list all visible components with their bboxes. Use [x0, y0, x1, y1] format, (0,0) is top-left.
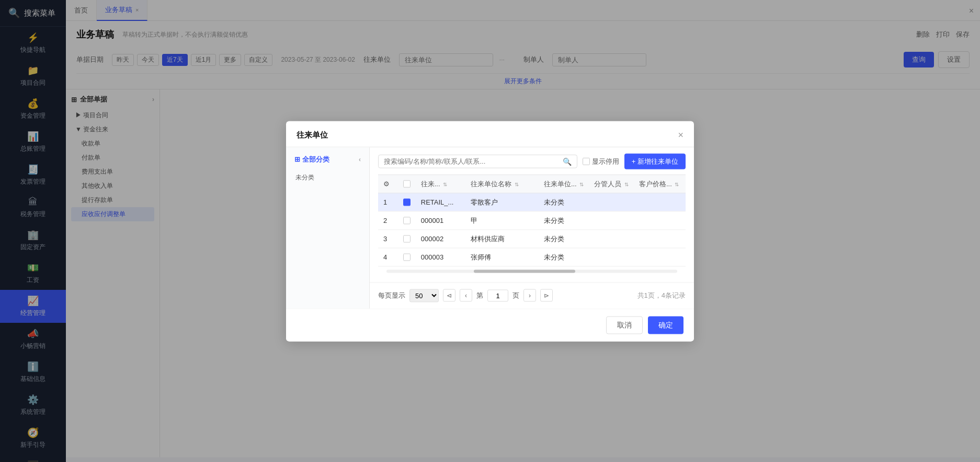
- cell-code: RETAIL_...: [416, 193, 465, 211]
- cell-name: 零散客户: [465, 193, 539, 211]
- row-checkbox[interactable]: [403, 198, 411, 206]
- col-header-price[interactable]: 客户价格... ⇅: [634, 175, 686, 193]
- dialog-header: 往来单位 ×: [286, 121, 694, 147]
- dialog-body: ⊞ 全部分类 ‹ 未分类 🔍 显示停用: [286, 147, 694, 308]
- col-header-person[interactable]: 分管人员 ⇅: [589, 175, 634, 193]
- page-total: 共1页，4条记录: [637, 291, 686, 300]
- cell-code: 000003: [416, 248, 465, 266]
- show-disabled-toggle[interactable]: 显示停用: [583, 156, 619, 166]
- dialog-toolbar: 🔍 显示停用 + 新增往来单位: [378, 153, 686, 169]
- confirm-btn[interactable]: 确定: [648, 316, 683, 334]
- cell-category: 未分类: [539, 230, 589, 248]
- sort-name-icon: ⇅: [515, 181, 519, 187]
- search-input-wrap: 🔍: [378, 154, 577, 168]
- dialog-title: 往来单位: [297, 130, 328, 140]
- cell-check[interactable]: [398, 211, 416, 230]
- cell-num: 1: [378, 193, 398, 211]
- cell-category: 未分类: [539, 248, 589, 266]
- row-checkbox[interactable]: [403, 217, 411, 224]
- col-header-code[interactable]: 往来... ⇅: [416, 175, 465, 193]
- add-partner-btn[interactable]: + 新增往来单位: [624, 153, 686, 169]
- page-first-btn[interactable]: ⊲: [443, 289, 455, 302]
- sort-person-icon: ⇅: [624, 181, 629, 187]
- dialog-tree-header: ⊞ 全部分类 ‹: [291, 152, 364, 166]
- page-label: 第: [476, 291, 483, 300]
- cell-num: 3: [378, 230, 398, 248]
- cell-num: 2: [378, 211, 398, 230]
- page-next-btn[interactable]: ›: [523, 289, 536, 302]
- row-checkbox[interactable]: [403, 235, 411, 242]
- cell-category: 未分类: [539, 211, 589, 230]
- cell-name: 张师傅: [465, 248, 539, 266]
- dialog-footer: 取消 确定: [286, 308, 694, 341]
- cell-name: 材料供应商: [465, 230, 539, 248]
- page-last-btn[interactable]: ⊳: [540, 289, 553, 302]
- page-input[interactable]: [487, 289, 508, 301]
- col-header-category[interactable]: 往来单位... ⇅: [539, 175, 589, 193]
- cancel-btn[interactable]: 取消: [606, 316, 643, 334]
- sort-price-icon: ⇅: [675, 181, 679, 187]
- cell-name: 甲: [465, 211, 539, 230]
- cell-code: 000002: [416, 230, 465, 248]
- cell-person: [589, 230, 634, 248]
- search-input[interactable]: [384, 157, 563, 165]
- dialog-close-btn[interactable]: ×: [678, 129, 683, 140]
- dialog-collapse-btn[interactable]: ‹: [359, 155, 361, 163]
- page-size-select[interactable]: 50 100: [409, 289, 439, 302]
- sort-cat-icon: ⇅: [579, 181, 584, 187]
- grid-icon: ⊞: [294, 155, 300, 163]
- sort-code-icon: ⇅: [443, 181, 447, 187]
- cell-price: [634, 248, 686, 266]
- dialog-scrollbar-track[interactable]: [386, 269, 677, 273]
- show-disabled-label: 显示停用: [592, 156, 619, 166]
- settings-icon: ⚙: [383, 180, 390, 188]
- cell-person: [589, 248, 634, 266]
- dialog-tree: ⊞ 全部分类 ‹ 未分类: [286, 147, 370, 308]
- row-checkbox[interactable]: [403, 253, 411, 261]
- col-header-num: ⚙: [378, 175, 398, 193]
- per-page-label: 每页显示: [378, 291, 405, 300]
- table-row[interactable]: 3 000002 材料供应商 未分类: [378, 230, 686, 248]
- dialog-content: 🔍 显示停用 + 新增往来单位 ⚙: [370, 147, 694, 282]
- page-suffix: 页: [512, 291, 519, 300]
- search-icon: 🔍: [563, 157, 572, 165]
- table-row[interactable]: 2 000001 甲 未分类: [378, 211, 686, 230]
- page-prev-btn[interactable]: ‹: [460, 289, 472, 302]
- cell-check[interactable]: [398, 193, 416, 211]
- col-header-check: [398, 175, 416, 193]
- show-disabled-checkbox[interactable]: [583, 157, 590, 165]
- cell-price: [634, 193, 686, 211]
- dialog-tree-header-label: 全部分类: [302, 154, 329, 164]
- table-row[interactable]: 1 RETAIL_... 零散客户 未分类: [378, 193, 686, 211]
- dialog-scrollbar-thumb[interactable]: [474, 269, 576, 273]
- table-row[interactable]: 4 000003 张师傅 未分类: [378, 248, 686, 266]
- partner-dialog: 往来单位 × ⊞ 全部分类 ‹ 未分类 🔍: [286, 121, 694, 341]
- cell-code: 000001: [416, 211, 465, 230]
- cell-num: 4: [378, 248, 398, 266]
- dialog-pagination: 每页显示 50 100 ⊲ ‹ 第 页 › ⊳ 共1页，4条记录: [370, 282, 694, 308]
- dialog-tree-item-label: 未分类: [295, 173, 314, 181]
- cell-check[interactable]: [398, 248, 416, 266]
- cell-check[interactable]: [398, 230, 416, 248]
- dialog-table: ⚙ 往来... ⇅ 往来单位名称 ⇅: [378, 174, 686, 266]
- cell-person: [589, 211, 634, 230]
- cell-person: [589, 193, 634, 211]
- select-all-checkbox[interactable]: [403, 180, 411, 187]
- dialog-tree-item-unclassified[interactable]: 未分类: [291, 170, 364, 184]
- dialog-right: 🔍 显示停用 + 新增往来单位 ⚙: [370, 147, 694, 308]
- cell-price: [634, 230, 686, 248]
- col-header-name[interactable]: 往来单位名称 ⇅: [465, 175, 539, 193]
- cell-category: 未分类: [539, 193, 589, 211]
- cell-price: [634, 211, 686, 230]
